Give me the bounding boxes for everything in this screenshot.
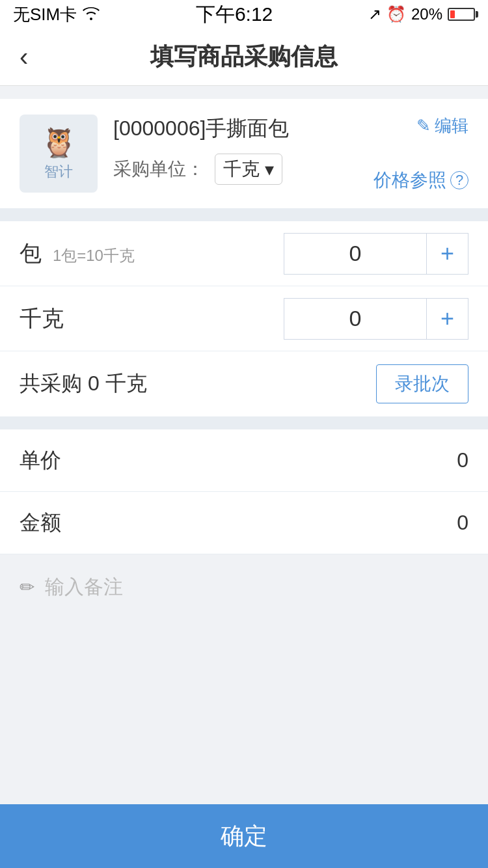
total-summary-text: 共采购 0 千克 (20, 370, 147, 398)
batch-button[interactable]: 录批次 (376, 364, 468, 403)
bao-input[interactable] (284, 233, 427, 275)
status-time: 下午6:12 (196, 1, 273, 28)
edit-icon: ✎ (416, 116, 431, 136)
page-title: 填写商品采购信息 (150, 41, 338, 73)
note-icon: ✏ (20, 576, 34, 598)
unit-value: 千克 (223, 157, 260, 182)
kg-label: 千克 (20, 304, 64, 334)
product-thumb-label: 智计 (44, 162, 73, 182)
nav-bar: ‹ 填写商品采购信息 (0, 29, 488, 86)
price-ref-button[interactable]: 价格参照 ? (373, 168, 468, 193)
confirm-label: 确定 (221, 821, 267, 852)
status-bar: 无SIM卡 下午6:12 ↗ ⏰ 20% (0, 0, 488, 29)
unit-price-value: 0 (457, 448, 468, 472)
bao-input-row: 包 1包=10千克 + (0, 221, 488, 286)
bao-label-group: 包 1包=10千克 (20, 239, 135, 269)
carrier-text: 无SIM卡 (13, 3, 77, 26)
bao-control: + (284, 233, 468, 275)
battery-percent: 20% (411, 5, 442, 23)
product-name: [0000006]手撕面包 (113, 115, 468, 143)
bottom-area (0, 620, 488, 815)
summary-row: 共采购 0 千克 录批次 (0, 351, 488, 416)
section-divider-2 (0, 416, 488, 429)
amount-value: 0 (457, 511, 468, 535)
price-ref-icon: ? (450, 171, 468, 189)
edit-label: 编辑 (435, 115, 468, 137)
bao-plus-button[interactable]: + (427, 233, 468, 275)
kg-plus-button[interactable]: + (427, 298, 468, 340)
price-ref-label: 价格参照 (373, 168, 446, 193)
alarm-icon: ⏰ (386, 5, 406, 23)
edit-button[interactable]: ✎ 编辑 (416, 115, 468, 137)
amount-label: 金额 (20, 509, 61, 537)
confirm-button[interactable]: 确定 (0, 804, 488, 868)
unit-price-row: 单价 0 (0, 429, 488, 492)
note-placeholder: 输入备注 (45, 574, 123, 601)
kg-input-row: 千克 + (0, 286, 488, 351)
section-divider-1 (0, 208, 488, 221)
note-section[interactable]: ✏ 输入备注 (0, 554, 488, 620)
status-right: ↗ ⏰ 20% (368, 5, 475, 23)
unit-label: 采购单位： (113, 157, 204, 182)
product-card: 🦉 智计 [0000006]手撕面包 采购单位： 千克 ▾ ✎ 编辑 价格参照 … (0, 99, 488, 208)
wifi-icon (82, 5, 100, 25)
bao-label: 包 (20, 241, 42, 265)
product-thumbnail: 🦉 智计 (20, 115, 98, 193)
back-button[interactable]: ‹ (20, 42, 28, 72)
unit-price-label: 单价 (20, 446, 61, 475)
status-left: 无SIM卡 (13, 3, 100, 26)
kg-input[interactable] (284, 298, 427, 340)
unit-select[interactable]: 千克 ▾ (215, 154, 282, 185)
product-thumb-icon: 🦉 (41, 126, 77, 159)
amount-row: 金额 0 (0, 492, 488, 554)
kg-control: + (284, 298, 468, 340)
battery-icon (448, 8, 475, 21)
unit-dropdown-icon: ▾ (265, 159, 274, 180)
bao-sublabel: 1包=10千克 (53, 247, 135, 264)
location-icon: ↗ (368, 5, 381, 23)
